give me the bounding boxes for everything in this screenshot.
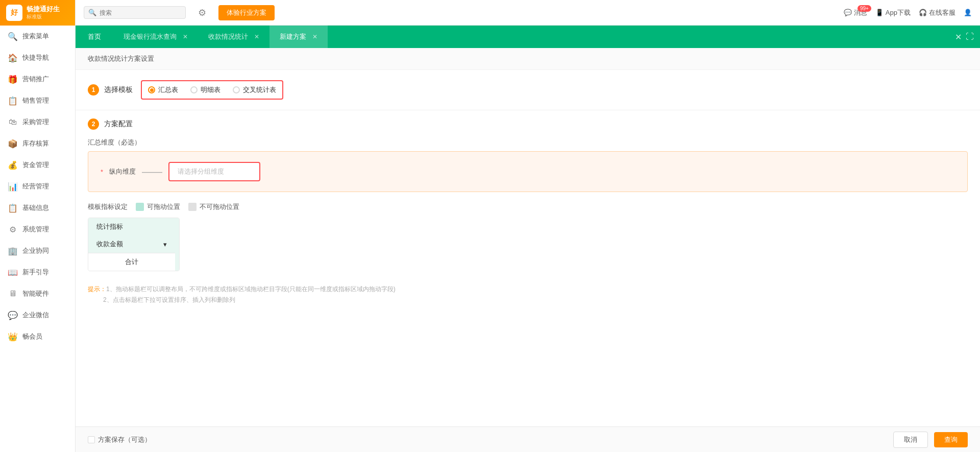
search-box[interactable]: 🔍 bbox=[84, 6, 186, 19]
fixed-box bbox=[188, 203, 197, 211]
tab-cashflow-label: 现金银行流水查询 bbox=[124, 32, 177, 41]
sidebar-item-basic[interactable]: 📋 基础信息 bbox=[0, 197, 75, 219]
tab-cashflow-close[interactable]: ✕ bbox=[183, 33, 188, 40]
sidebar-item-hardware[interactable]: 🖥 智能硬件 bbox=[0, 283, 75, 304]
sidebar-label-guide: 新手引导 bbox=[22, 268, 49, 277]
industry-button[interactable]: 体验行业方案 bbox=[218, 5, 275, 20]
download-label: App下载 bbox=[886, 8, 911, 17]
topbar-right: 💬 消息 99+ 📱 App下载 🎧 在线客服 👤 bbox=[844, 8, 972, 17]
download-icon: 📱 bbox=[875, 9, 884, 16]
dimension-select-placeholder: 请选择分组维度 bbox=[178, 168, 224, 175]
hardware-icon: 🖥 bbox=[8, 289, 17, 298]
sidebar-item-system[interactable]: ⚙ 系统管理 bbox=[0, 219, 75, 240]
download-button[interactable]: 📱 App下载 bbox=[875, 8, 911, 17]
dimension-label-text: 汇总维度（必选） bbox=[88, 138, 141, 146]
consult-label: 在线客服 bbox=[929, 8, 955, 17]
save-checkbox[interactable] bbox=[88, 436, 95, 443]
page-content: 收款情况统计方案设置 1 选择模板 汇总表 bbox=[76, 48, 980, 426]
dimension-area: * 纵向维度 —— 请选择分组维度 bbox=[88, 151, 968, 192]
required-star: * bbox=[101, 168, 103, 176]
indicator-col-total: 合计 bbox=[88, 253, 175, 271]
logo-text-area: 畅捷通好生 标准版 bbox=[27, 5, 60, 20]
consult-button[interactable]: 🎧 在线客服 bbox=[919, 8, 955, 17]
settings-button[interactable]: ⚙ bbox=[194, 5, 210, 21]
basic-icon: 📋 bbox=[8, 203, 17, 212]
sidebar-item-corp[interactable]: 🏢 企业协同 bbox=[0, 240, 75, 261]
inventory-icon: 📦 bbox=[8, 139, 17, 148]
sidebar-item-finance[interactable]: 💰 资金管理 bbox=[0, 154, 75, 176]
sidebar-item-inventory[interactable]: 📦 库存核算 bbox=[0, 133, 75, 154]
fixed-label: 不可拖动位置 bbox=[200, 202, 239, 211]
sidebar-label-marketing: 营销推广 bbox=[22, 75, 49, 84]
dimension-select[interactable]: 请选择分组维度 bbox=[168, 162, 260, 181]
radio-summary[interactable]: 汇总表 bbox=[148, 85, 178, 94]
sidebar-label-nav: 快捷导航 bbox=[22, 53, 49, 62]
sidebar-label-search: 搜索菜单 bbox=[22, 32, 49, 41]
cancel-button[interactable]: 取消 bbox=[893, 432, 928, 448]
sales-icon: 📋 bbox=[8, 96, 17, 105]
sidebar-item-member[interactable]: 👑 畅会员 bbox=[0, 326, 75, 347]
indicator-section: 模板指标设定 可拖动位置 不可拖动位置 统计指标 bbox=[88, 202, 968, 273]
radio-cross-label: 交叉统计表 bbox=[243, 85, 276, 94]
query-button[interactable]: 查询 bbox=[934, 432, 968, 447]
sidebar-label-wechat: 企业微信 bbox=[22, 311, 49, 320]
indicator-info: 模板指标设定 可拖动位置 不可拖动位置 bbox=[88, 202, 968, 211]
sidebar-label-purchase: 采购管理 bbox=[22, 117, 49, 127]
topbar: 🔍 ⚙ 体验行业方案 💬 消息 99+ 📱 App下载 🎧 在线客服 👤 bbox=[76, 0, 980, 26]
tab-home[interactable]: 首页 bbox=[76, 26, 113, 48]
bottom-bar: 方案保存（可选） 取消 查询 bbox=[76, 426, 980, 452]
chevron-down-icon[interactable]: ▾ bbox=[163, 241, 167, 248]
indicator-label-text: 模板指标设定 bbox=[88, 202, 128, 211]
dim-row-label: 纵向维度 bbox=[109, 167, 136, 176]
sidebar-item-business[interactable]: 📊 经营管理 bbox=[0, 176, 75, 197]
dimension-label: 汇总维度（必选） bbox=[88, 138, 968, 147]
radio-detail-label: 明细表 bbox=[201, 85, 220, 94]
dim-row: * 纵向维度 —— 请选择分组维度 bbox=[101, 162, 955, 181]
tab-new-plan[interactable]: 新建方案 ✕ bbox=[270, 26, 328, 48]
tab-new-plan-close[interactable]: ✕ bbox=[312, 33, 317, 40]
save-option[interactable]: 方案保存（可选） bbox=[88, 435, 151, 444]
sidebar-item-sales[interactable]: 📋 销售管理 bbox=[0, 90, 75, 111]
sidebar-label-inventory: 库存核算 bbox=[22, 139, 49, 148]
tab-payment-close[interactable]: ✕ bbox=[254, 33, 259, 40]
notification-badge: 99+ bbox=[857, 5, 871, 12]
sidebar-item-search[interactable]: 🔍 搜索菜单 bbox=[0, 26, 75, 47]
logo-area: 好 畅捷通好生 标准版 bbox=[0, 0, 75, 26]
user-avatar[interactable]: 👤 bbox=[964, 9, 972, 16]
sidebar: 好 畅捷通好生 标准版 🔍 搜索菜单 🏠 快捷导航 🎁 营销推广 📋 销售管理 … bbox=[0, 0, 76, 452]
search-icon-topbar: 🔍 bbox=[88, 9, 96, 16]
sidebar-item-guide[interactable]: 📖 新手引导 bbox=[0, 261, 75, 283]
sidebar-item-purchase[interactable]: 🛍 采购管理 bbox=[0, 111, 75, 133]
sidebar-label-corp: 企业协同 bbox=[22, 246, 49, 255]
tab-cashflow[interactable]: 现金银行流水查询 ✕ bbox=[113, 26, 198, 48]
movable-label: 可拖动位置 bbox=[147, 202, 180, 211]
indicator-col-payment-label: 收款金额 bbox=[96, 240, 123, 249]
radio-cross[interactable]: 交叉统计表 bbox=[233, 85, 276, 94]
sidebar-item-marketing[interactable]: 🎁 营销推广 bbox=[0, 68, 75, 90]
sidebar-item-nav[interactable]: 🏠 快捷导航 bbox=[0, 47, 75, 68]
window-close-icon[interactable]: ✕ bbox=[955, 32, 962, 42]
notification-button[interactable]: 💬 消息 99+ bbox=[844, 8, 867, 17]
sidebar-label-sales: 销售管理 bbox=[22, 96, 49, 105]
step2-section: 2 方案配置 汇总维度（必选） * 纵向维度 —— 请选择分组 bbox=[76, 118, 980, 317]
page-title: 收款情况统计方案设置 bbox=[88, 55, 154, 62]
page-header: 收款情况统计方案设置 bbox=[76, 48, 980, 70]
radio-detail[interactable]: 明细表 bbox=[190, 85, 220, 94]
window-expand-icon[interactable]: ⛶ bbox=[966, 32, 974, 41]
search-input[interactable] bbox=[100, 9, 171, 16]
search-icon: 🔍 bbox=[8, 32, 17, 41]
template-radio-group: 汇总表 明细表 交叉统计表 bbox=[141, 80, 283, 100]
tab-payment[interactable]: 收款情况统计 ✕ bbox=[198, 26, 270, 48]
purchase-icon: 🛍 bbox=[8, 117, 17, 127]
indicator-col-payment[interactable]: 收款金额 ▾ bbox=[88, 235, 175, 253]
tab-new-plan-label: 新建方案 bbox=[280, 32, 306, 41]
sidebar-item-wechat[interactable]: 💬 企业微信 bbox=[0, 304, 75, 326]
step2-number: 2 bbox=[88, 118, 99, 130]
legend-fixed: 不可拖动位置 bbox=[188, 202, 239, 211]
home-icon: 🏠 bbox=[8, 53, 17, 62]
tabbar-actions: ✕ ⛶ bbox=[955, 32, 980, 42]
logo-title: 畅捷通好生 bbox=[27, 5, 60, 13]
legend-movable: 可拖动位置 bbox=[136, 202, 180, 211]
tip1: 提示：1、拖动标题栏可以调整布局，不可跨维度或指标区域拖动栏目字段(只能在同一维… bbox=[88, 285, 968, 294]
business-icon: 📊 bbox=[8, 182, 17, 191]
